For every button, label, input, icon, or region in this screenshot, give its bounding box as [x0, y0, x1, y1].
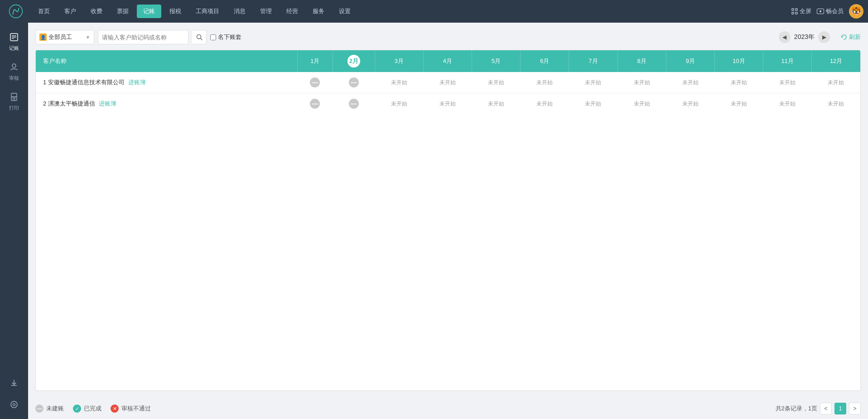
nav-business[interactable]: 工商项目 [189, 5, 226, 18]
sidebar-bottom [0, 373, 28, 419]
row-month-5: 未开始 [472, 72, 521, 93]
dropdown-arrow-icon: ▼ [86, 35, 90, 40]
year-nav: ◀ 2023年 ▶ [779, 31, 830, 43]
status-not-created-icon: — [349, 77, 359, 87]
row-month-12: 未开始 [812, 72, 860, 93]
svg-rect-4 [796, 12, 797, 14]
nav-manage[interactable]: 管理 [254, 5, 278, 18]
nav-message[interactable]: 消息 [227, 5, 252, 18]
prev-year-button[interactable]: ◀ [779, 31, 791, 43]
col-header-sep: 9月 [666, 50, 714, 72]
status-not-created-icon: — [310, 99, 320, 109]
row-month-10: 未开始 [714, 72, 763, 93]
table-container: 客户名称 1月 2月 3月 4月 5月 6月 7月 8月 9月 10月 11月 [35, 50, 861, 391]
table-row: 1安徽畅捷通信息技术有限公司进账簿——未开始未开始未开始未开始未开始未开始未开始… [36, 72, 860, 93]
bookkeeping-icon [8, 31, 20, 43]
footer: — 未建账 ✓ 已完成 ✕ 审核不通过 共2条记录，1页 < 1 > [28, 398, 868, 419]
user-avatar[interactable]: 🐯 [849, 4, 863, 19]
status-not-started-label: 未开始 [585, 79, 601, 86]
nav-operation[interactable]: 经营 [280, 5, 304, 18]
nav-home[interactable]: 首页 [32, 5, 56, 18]
col-header-jan: 1月 [297, 50, 333, 72]
sidebar-item-support[interactable] [2, 395, 26, 414]
nav-fee[interactable]: 收费 [84, 5, 109, 18]
status-not-started-label: 未开始 [488, 101, 504, 107]
search-button[interactable] [192, 30, 207, 44]
sidebar-item-print[interactable]: 打印 [2, 87, 26, 115]
next-year-button[interactable]: ▶ [818, 31, 830, 43]
legend-not-created: — 未建账 [35, 405, 64, 413]
refresh-label: 刷新 [849, 33, 861, 41]
nav-settings[interactable]: 设置 [333, 5, 357, 18]
sidebar-item-bookkeeping[interactable]: 记账 [2, 27, 26, 55]
col-header-feb: 2月 [333, 50, 375, 72]
status-not-started-label: 未开始 [634, 101, 650, 107]
status-not-started-label: 未开始 [585, 101, 601, 107]
status-not-started-label: 未开始 [682, 101, 699, 107]
vip-button[interactable]: 畅会员 [817, 7, 844, 15]
toolbar: 👤 全部员工 ▼ 名下账套 ◀ 2023年 [35, 30, 861, 44]
not-created-icon: — [35, 405, 43, 413]
row-index: 1 [43, 79, 46, 86]
rejected-label: 审核不通过 [121, 405, 151, 413]
col-header-jun: 6月 [521, 50, 569, 72]
main-layout: 记账 审核 打印 [0, 23, 868, 419]
status-not-started-label: 未开始 [536, 101, 553, 107]
year-display: 2023年 [794, 33, 815, 41]
enter-ledger-link[interactable]: 进账簿 [128, 79, 146, 86]
enter-ledger-link[interactable]: 进账簿 [99, 100, 116, 107]
nav-right: 全屏 畅会员 🐯 [791, 4, 863, 19]
status-not-started-label: 未开始 [731, 79, 747, 86]
prev-page-button[interactable]: < [820, 403, 832, 414]
row-month-12: 未开始 [812, 93, 860, 115]
sidebar-item-audit[interactable]: 审核 [2, 57, 26, 85]
col-header-apr: 4月 [423, 50, 472, 72]
svg-rect-12 [11, 93, 17, 97]
row-month-8: 未开始 [617, 72, 666, 93]
col-header-oct: 10月 [714, 50, 763, 72]
svg-rect-1 [792, 9, 794, 10]
row-month-11: 未开始 [763, 93, 812, 115]
next-page-button[interactable]: > [849, 403, 861, 414]
legend-rejected: ✕ 审核不通过 [111, 405, 151, 413]
row-month-3: 未开始 [375, 93, 423, 115]
status-not-started-label: 未开始 [682, 79, 699, 86]
total-records: 共2条记录，1页 [776, 405, 817, 413]
row-name-cell: 2漯澳太平畅捷通信进账簿 [36, 93, 297, 115]
row-month-1: — [297, 72, 333, 93]
sidebar: 记账 审核 打印 [0, 23, 28, 419]
nav-customer[interactable]: 客户 [58, 5, 82, 18]
company-name: 漯澳太平畅捷通信 [48, 100, 95, 107]
checkbox-my-accounts[interactable]: 名下账套 [210, 33, 241, 41]
row-month-4: 未开始 [423, 72, 472, 93]
nav-bookkeeping[interactable]: 记账 [137, 5, 161, 18]
row-month-2: — [333, 93, 375, 115]
fullscreen-button[interactable]: 全屏 [791, 7, 811, 15]
refresh-button[interactable]: 刷新 [841, 33, 861, 41]
col-header-mar: 3月 [375, 50, 423, 72]
nav-invoice[interactable]: 票据 [111, 5, 135, 18]
status-not-started-label: 未开始 [391, 79, 407, 86]
col-header-jul: 7月 [569, 50, 617, 72]
legend-completed: ✓ 已完成 [73, 405, 101, 413]
employee-label: 全部员工 [48, 33, 84, 41]
support-icon [8, 398, 20, 411]
col-header-may: 5月 [472, 50, 521, 72]
current-page-button[interactable]: 1 [834, 403, 846, 414]
employee-icon: 👤 [39, 34, 47, 41]
svg-point-0 [10, 5, 23, 18]
rejected-icon: ✕ [111, 405, 119, 413]
nav-service[interactable]: 服务 [306, 5, 331, 18]
search-input[interactable] [98, 30, 188, 44]
status-not-started-label: 未开始 [779, 79, 796, 86]
sidebar-item-download[interactable] [2, 373, 26, 393]
row-index: 2 [43, 100, 46, 107]
svg-rect-3 [792, 12, 794, 14]
my-accounts-checkbox[interactable] [210, 34, 216, 40]
nav-tax[interactable]: 报税 [163, 5, 188, 18]
status-not-started-label: 未开始 [439, 79, 456, 86]
sidebar-label-print: 打印 [9, 105, 19, 111]
employee-select[interactable]: 👤 全部员工 ▼ [35, 30, 94, 44]
status-not-started-label: 未开始 [439, 101, 456, 107]
svg-point-17 [11, 401, 17, 408]
